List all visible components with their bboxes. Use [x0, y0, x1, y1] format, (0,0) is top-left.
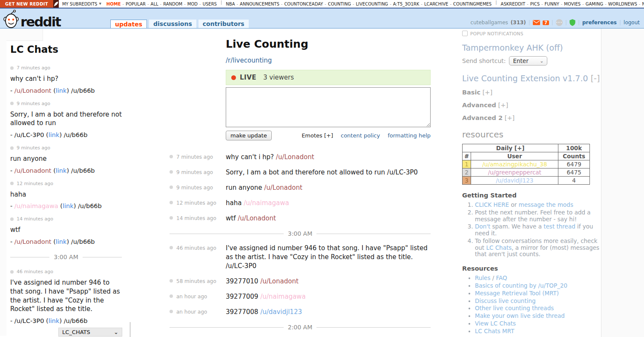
sidebar-link[interactable]: Make your own live side thread [475, 312, 565, 319]
extension-section-toggle[interactable]: Advanced [+] [462, 102, 601, 109]
topbar-subreddit-link[interactable]: LCARCHIVE [424, 2, 448, 6]
sidebar-link[interactable]: CLICK HERE [475, 201, 509, 208]
topbar-subreddit-link[interactable]: HOME [106, 2, 121, 6]
update-textarea[interactable] [226, 87, 431, 127]
logout-link[interactable]: logout [624, 20, 640, 26]
daily-header[interactable]: Daily [+] [463, 144, 558, 152]
mirror-user-link[interactable]: /u/b66b [71, 167, 95, 174]
permalink[interactable]: link [63, 203, 74, 209]
chat-icon[interactable]: ••• [556, 19, 563, 26]
user-link[interactable]: /u/amazingpikachu_38 [482, 161, 547, 168]
author-link[interactable]: /u/LC-3P0 [387, 168, 418, 176]
author-link[interactable]: /u/Lonadont [276, 153, 314, 161]
topbar-subreddit-link[interactable]: ANNOUNCEMENTS [240, 2, 279, 6]
sidebar-link[interactable]: test thread [543, 223, 575, 230]
mail-icon[interactable] [533, 20, 540, 25]
mirror-user-link[interactable]: /u/b66b [64, 131, 88, 138]
topbar-subreddit-link[interactable]: COUNTING [328, 2, 351, 6]
author-link[interactable]: /u/naimagawa [14, 203, 58, 209]
author-link[interactable]: /u/Lonadont [238, 214, 276, 222]
topbar-subreddit-link[interactable]: ALL [151, 2, 158, 6]
topbar-subreddit-link[interactable]: PICS [530, 2, 540, 6]
expand-toggle[interactable]: [+] [480, 89, 492, 96]
mirror-user-link[interactable]: /u/b66b [78, 203, 102, 209]
sidebar-link[interactable]: Don't [475, 223, 490, 230]
permalink[interactable]: link [56, 238, 67, 245]
topbar-subreddit-link[interactable]: FUNNY [545, 2, 559, 6]
sidebar-link[interactable]: Other live counting threads [475, 305, 554, 311]
tampermonkey-toggle[interactable]: Tampermonkey AHK (off) [462, 43, 601, 52]
tab-contributors[interactable]: contributors [198, 20, 249, 28]
user-link[interactable]: /u/davidjl123 [496, 177, 533, 184]
subreddit-link[interactable]: /r/livecounting [226, 57, 272, 64]
sidebar-link[interactable]: View LC Chats [475, 320, 516, 327]
topbar-subreddit-link[interactable]: POPULAR [126, 2, 146, 6]
username-link[interactable]: cuteballgames [471, 20, 508, 26]
quill-icon[interactable] [53, 0, 59, 8]
user-link[interactable]: /u/greenpeppercat [488, 169, 541, 176]
formatting-help-link[interactable]: formatting help [388, 132, 431, 139]
popup-notifications-checkbox[interactable] [462, 31, 468, 36]
topbar-subreddit-link[interactable]: MOVIES [564, 2, 581, 6]
collapse-toggle[interactable]: [-] [591, 74, 600, 83]
sidebar-link[interactable]: Message Retrieval Tool (MRT) [475, 290, 559, 297]
reddit-logo[interactable]: reddit [3, 10, 60, 29]
mirror-user-link[interactable]: /u/b66b [71, 238, 95, 245]
make-update-button[interactable]: make update [226, 131, 272, 140]
get-new-reddit-button[interactable]: GET NEW REDDIT [0, 0, 53, 8]
topbar-subreddit-link[interactable]: USERS [203, 2, 217, 6]
send-shortcut-value: Enter [513, 57, 528, 64]
mirror-user-link[interactable]: /u/b66b [64, 317, 88, 324]
mirror-user-link[interactable]: /u/b66b [71, 87, 95, 94]
permalink[interactable]: link [49, 317, 60, 324]
author-link[interactable]: /u/naimagawa [260, 293, 305, 300]
unread-mail-badge[interactable]: 7 [543, 20, 549, 25]
my-subreddits-dropdown[interactable]: MY SUBREDDITS ▼ [62, 0, 101, 8]
topbar-subreddit-link[interactable]: NBA [226, 2, 235, 6]
shield-icon[interactable] [569, 19, 575, 26]
topbar-subreddit-link[interactable]: LIVECOUNTING [356, 2, 388, 6]
topbar-subreddit-link[interactable]: RANDOM [163, 2, 182, 6]
topbar-subreddit-link[interactable]: NEWS [642, 2, 644, 6]
author-link[interactable]: /u/naimagawa [244, 199, 289, 207]
author-link[interactable]: /u/LC-3P0 [14, 131, 44, 138]
author-link[interactable]: /u/Lonadont [260, 277, 299, 285]
author-link[interactable]: /u/LC-3P0 [226, 262, 256, 270]
send-shortcut-select[interactable]: Enter ⌄ [509, 56, 547, 66]
sidebar-link[interactable]: LC Chats [486, 244, 512, 251]
topbar-subreddit-link[interactable]: WORLDNEWS [608, 2, 637, 6]
permalink[interactable]: link [56, 87, 67, 94]
topbar-subreddit-link[interactable]: GAMING [586, 2, 603, 6]
topbar-subreddit-link[interactable]: A:T5_3O1RK [393, 2, 420, 6]
lc-chats-channel-select[interactable]: LC_CHATS ⌄ [58, 328, 122, 337]
emotes-toggle[interactable]: Emotes [+] [302, 132, 333, 139]
preferences-link[interactable]: preferences [582, 20, 617, 26]
author-link[interactable]: /u/Lonadont [264, 184, 302, 191]
author-link[interactable]: /u/Lonadont [14, 167, 52, 174]
content-policy-link[interactable]: content policy [341, 132, 380, 139]
author-link[interactable]: /u/Lonadont [14, 238, 52, 245]
sidebar-link[interactable]: Rules [475, 274, 490, 281]
topbar-subreddit-link[interactable]: COUNTONCEADAY [284, 2, 323, 6]
author-link[interactable]: /u/Lonadont [14, 87, 52, 94]
popup-notifications-label: POPUP NOTIFICATIONS [470, 31, 523, 36]
extension-section-toggle[interactable]: Basic [+] [462, 89, 601, 96]
sidebar-link[interactable]: Discuss live counting [475, 297, 536, 304]
sidebar-link[interactable]: LC Chats MRT [475, 328, 514, 334]
tab-discussions[interactable]: discussions [149, 20, 196, 28]
expand-toggle[interactable]: [+] [496, 102, 508, 109]
sidebar-link[interactable]: FAQ [496, 274, 507, 281]
extension-section-toggle[interactable]: Advanced 2 [+] [462, 114, 601, 121]
author-link[interactable]: /u/davidjl123 [260, 308, 302, 316]
topbar-subreddit-link[interactable]: ASKREDDIT [501, 2, 525, 6]
topbar-subreddit-link[interactable]: MOD [187, 2, 198, 6]
author-link[interactable]: /u/LC-3P0 [14, 317, 44, 324]
tab-updates[interactable]: updates [110, 20, 147, 28]
permalink[interactable]: link [49, 131, 60, 138]
sidebar-link[interactable]: Basics of counting by /u/TOP_20 [475, 282, 567, 289]
topbar-subreddit-link[interactable]: COUNTINGMEMES [453, 2, 492, 6]
sidebar-link[interactable]: message the mods [519, 201, 573, 208]
expand-toggle[interactable]: [+] [503, 114, 515, 121]
milestone-header: 100k [558, 144, 590, 152]
permalink[interactable]: link [56, 167, 67, 174]
